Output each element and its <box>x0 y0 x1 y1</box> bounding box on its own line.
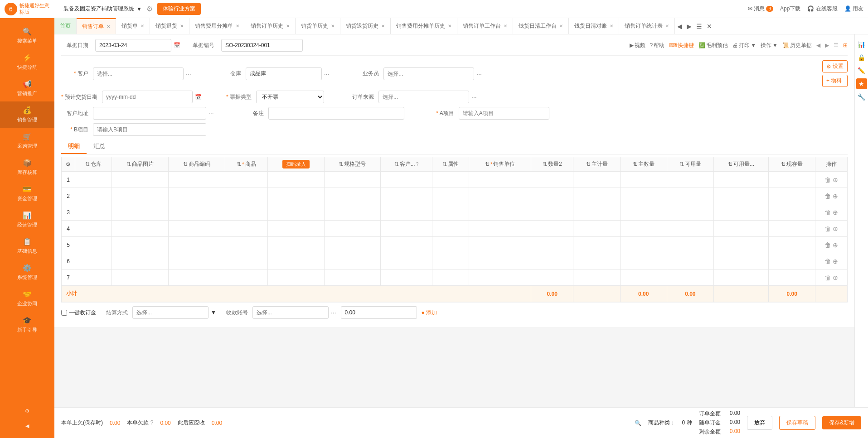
sidebar-item-operations[interactable]: 📊 经营管理 <box>0 207 54 233</box>
delete-icon[interactable]: 🗑 <box>824 241 831 249</box>
tab-close-icon[interactable]: ✕ <box>665 24 669 29</box>
tab-close-all-btn[interactable]: ✕ <box>704 23 714 30</box>
one-click-deposit-checkbox[interactable]: 一键收订金 <box>61 309 96 317</box>
sidebar-item-system[interactable]: ⚙️ 系统管理 <box>0 259 54 285</box>
save-new-btn[interactable]: 保存&新增 <box>822 416 861 429</box>
panel-star-icon[interactable]: ★ <box>856 78 867 89</box>
copy-icon[interactable]: ⊕ <box>833 193 838 200</box>
sidebar-item-enterprise[interactable]: 🤝 企业协同 <box>0 285 54 312</box>
tab-expense-split[interactable]: 销售费用分摊单 ✕ <box>189 18 245 34</box>
discard-btn[interactable]: 放弃 <box>747 416 772 430</box>
table-view-btn[interactable]: ☰ <box>834 42 839 48</box>
tab-home[interactable]: 首页 <box>54 18 77 34</box>
staff-expand-icon[interactable]: ··· <box>476 70 482 77</box>
tab-list-btn[interactable]: ☰ <box>694 23 704 30</box>
tab-close-icon[interactable]: ✕ <box>180 24 184 29</box>
bank-account-input[interactable] <box>252 306 329 319</box>
message-btn[interactable]: ✉ 消息 9 <box>748 5 773 13</box>
th-stock[interactable]: ⇅现存量 <box>769 157 815 172</box>
delete-icon[interactable]: 🗑 <box>824 193 831 200</box>
tab-next-btn[interactable]: ▶ <box>684 23 694 30</box>
user-avatar[interactable]: 👤 用友 <box>844 5 863 13</box>
scan-input-btn[interactable]: 扫码录入 <box>282 160 310 168</box>
th-sales-unit[interactable]: ⇅*销售单位 <box>469 157 531 172</box>
row-1-main-qty[interactable] <box>620 172 667 188</box>
bank-expand-icon[interactable]: ··· <box>331 309 336 316</box>
sidebar-item-quicknav[interactable]: ⚡ 快捷导航 <box>0 49 54 75</box>
th-warehouse[interactable]: ⇅仓库 <box>75 157 112 172</box>
delete-icon[interactable]: 🗑 <box>824 209 831 216</box>
sidebar-item-purchase[interactable]: 🛒 采购管理 <box>0 128 54 154</box>
add-payment-btn[interactable]: ● 添加 <box>422 309 437 317</box>
warehouse-input[interactable] <box>246 67 322 80</box>
settings-btn[interactable]: ⚙ 设置 <box>822 60 848 72</box>
row-1-sales-unit[interactable] <box>469 172 531 188</box>
tab-close-icon[interactable]: ✕ <box>381 24 385 29</box>
tab-prev-btn[interactable]: ◀ <box>675 23 684 30</box>
th-attribute[interactable]: ⇅属性 <box>432 157 469 172</box>
copy-icon[interactable]: ⊕ <box>833 225 838 232</box>
remarks-input[interactable] <box>268 107 404 120</box>
tab-close-icon[interactable]: ✕ <box>559 24 563 29</box>
th-available[interactable]: ⇅可用量 <box>667 157 713 172</box>
row-1-qty2[interactable] <box>531 172 573 188</box>
copy-icon[interactable]: ⊕ <box>833 209 838 216</box>
sidebar-collapse-btn[interactable]: ◀ <box>0 419 54 433</box>
address-expand-icon[interactable]: ··· <box>209 110 214 117</box>
delete-icon[interactable]: 🗑 <box>824 274 831 281</box>
copy-icon[interactable]: ⊕ <box>833 258 838 265</box>
panel-tool-icon[interactable]: 🔧 <box>856 91 867 102</box>
tab-expense-history[interactable]: 销售费用分摊单历史 ✕ <box>391 18 457 34</box>
tab-daily-reconcile[interactable]: 钱货日清对账 ✕ <box>569 18 619 34</box>
tab-close-icon[interactable]: ✕ <box>141 24 144 29</box>
customer-expand-icon[interactable]: ··· <box>186 70 191 77</box>
th-spec[interactable]: ⇅规格型号 <box>324 157 381 172</box>
row-1-available[interactable] <box>667 172 713 188</box>
order-source-expand-icon[interactable]: ··· <box>471 93 477 101</box>
industry-btn[interactable]: 体验行业方案 <box>157 3 201 15</box>
deposit-checkbox[interactable] <box>61 310 67 316</box>
shortcut-btn[interactable]: ⌨ 快捷键 <box>669 42 694 49</box>
print-btn[interactable]: 🖨 打印 ▼ <box>732 42 756 49</box>
sidebar-item-search[interactable]: 🔍 搜索菜单 <box>0 23 54 49</box>
tab-invoice-history[interactable]: 销货单历史 ✕ <box>296 18 340 34</box>
tab-sales-history[interactable]: 销售订单历史 ✕ <box>245 18 296 34</box>
tab-detail[interactable]: 明细 <box>61 140 87 154</box>
th-gear[interactable]: ⚙ <box>62 157 75 172</box>
th-available2[interactable]: ⇅可用量... <box>713 157 768 172</box>
tab-close-icon[interactable]: ✕ <box>610 24 613 29</box>
sidebar-settings-btn[interactable]: ⚙ <box>0 404 54 419</box>
customer-input[interactable] <box>93 67 184 80</box>
th-customer-no[interactable]: ⇅客户...? <box>381 157 432 172</box>
row-1-spec[interactable] <box>324 172 381 188</box>
th-product-image[interactable]: ⇅商品图片 <box>112 157 169 172</box>
row-1-stock[interactable] <box>769 172 815 188</box>
tab-daily-workbench[interactable]: 钱货日清工作台 ✕ <box>513 18 569 34</box>
th-main-qty[interactable]: ⇅主数量 <box>620 157 667 172</box>
tab-close-icon[interactable]: ✕ <box>331 24 335 29</box>
row-1-code[interactable] <box>169 172 225 188</box>
tab-return-history[interactable]: 销货退货历史 ✕ <box>340 18 391 34</box>
tab-order-workbench[interactable]: 销售订单工作台 ✕ <box>457 18 513 34</box>
invoice-select[interactable]: 不开票 <box>256 91 324 103</box>
panel-lock-icon[interactable]: 🔒 <box>856 52 867 63</box>
delete-icon[interactable]: 🗑 <box>824 258 831 265</box>
save-draft-btn[interactable]: 保存草稿 <box>779 416 815 430</box>
panel-chart-icon[interactable]: 📊 <box>856 39 867 50</box>
tab-sales-order[interactable]: 销售订单 ✕ <box>77 18 116 34</box>
th-quantity2[interactable]: ⇅数量2 <box>531 157 573 172</box>
online-service-btn[interactable]: 🎧 在线客服 <box>807 5 837 13</box>
tab-invoice[interactable]: 销货单 ✕ <box>116 18 150 34</box>
tab-close-icon[interactable]: ✕ <box>286 24 290 29</box>
th-product-code[interactable]: ⇅商品编码 <box>169 157 225 172</box>
row-1-warehouse[interactable] <box>75 172 112 188</box>
delivery-date-input[interactable] <box>102 91 193 103</box>
profit-btn[interactable]: 💹 毛利预估 <box>698 42 728 49</box>
copy-icon[interactable]: ⊕ <box>833 176 838 183</box>
help-btn[interactable]: ? 帮助 <box>650 42 665 49</box>
prev-record-btn[interactable]: ◀ <box>816 42 820 48</box>
app-download-btn[interactable]: App下载 <box>780 5 800 13</box>
date-input[interactable] <box>95 39 171 52</box>
grid-view-btn[interactable]: ⊞ <box>843 42 848 48</box>
payment-method-input[interactable] <box>132 306 209 319</box>
